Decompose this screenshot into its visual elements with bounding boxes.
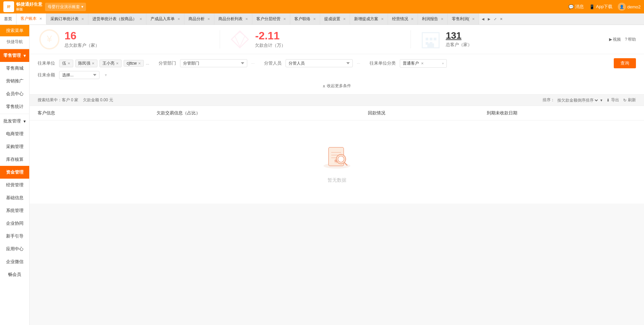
sidebar-item-operation-mgmt[interactable]: 经营管理 — [0, 179, 29, 191]
filter-tag-close-3[interactable]: ✕ — [116, 62, 119, 65]
filter-collapse-btn[interactable]: ∧ 收起更多条件 — [38, 82, 636, 90]
sidebar-item-system-mgmt[interactable]: 系统管理 — [0, 204, 29, 217]
filter-tag-close-2[interactable]: ✕ — [92, 62, 94, 65]
results-export-btn[interactable]: ⬇ 导出 — [606, 97, 619, 103]
sidebar-item-new-guide[interactable]: 新手引导 — [0, 230, 29, 243]
tab-retail-profit[interactable]: 零售利润( ✕ — [448, 13, 479, 25]
filter-tag-close-1[interactable]: ✕ — [68, 62, 70, 65]
tab-customer-account[interactable]: 客户账本 ✕ — [16, 13, 46, 25]
sidebar-item-retail-mall[interactable]: 零售商城 — [0, 62, 29, 75]
tab-close-all-btn[interactable]: ✕ — [499, 16, 504, 22]
stat-value-total-debt: -2.11 — [255, 30, 286, 41]
tab-close-new-raise-plan[interactable]: ✕ — [381, 17, 384, 21]
tab-close-profit-report[interactable]: ✕ — [441, 17, 443, 21]
filter-balance-arrow[interactable]: ▾ — [105, 73, 107, 77]
filter-person-dots[interactable]: ··· — [357, 61, 360, 66]
data-table: 客户信息 欠款交易信息（占比） 回款情况 到期未收款日期 — [30, 106, 644, 120]
app-download-btn[interactable]: 📱 App下载 — [589, 4, 612, 10]
empty-illustration — [320, 141, 354, 172]
filter-query-btn[interactable]: 查询 — [614, 58, 636, 68]
tab-product-analysis-list[interactable]: 商品分析列表 ✕ — [214, 13, 252, 25]
tab-next-btn[interactable]: ▶ — [486, 16, 492, 22]
tab-close-customer-contact[interactable]: ✕ — [313, 17, 316, 21]
tab-raise-settings[interactable]: 提成设置 ✕ — [320, 13, 350, 25]
logo-title: 畅捷通好生意 — [16, 2, 42, 7]
sidebar: 搜索菜单 快捷导航 零售管理 ▾ 零售商城 营销推广 会员中心 零售统计 批发管… — [0, 25, 30, 325]
results-sort: 排序： 按欠款金额倒序排序 ▾ — [543, 97, 602, 103]
filter-customer-tag-container: 普通客户 ✕ ▾ — [400, 59, 447, 68]
svg-rect-8 — [427, 43, 434, 48]
results-sort-select[interactable]: 按欠款金额倒序排序 — [556, 98, 599, 103]
svg-rect-3 — [426, 38, 428, 40]
tab-purchase-stats[interactable]: 进货单统计表（按商品） ✕ — [88, 13, 146, 25]
sidebar-item-wholesale-mgmt[interactable]: 批发管理 ▾ — [0, 115, 29, 128]
sidebar-item-member-center[interactable]: 会员中心 — [0, 87, 29, 100]
col-collection-status: 回款情况 — [360, 106, 479, 120]
svg-rect-4 — [430, 38, 432, 40]
tab-product-analysis[interactable]: 商品分析 ✕ — [184, 13, 214, 25]
sidebar-search[interactable]: 搜索菜单 — [0, 25, 29, 36]
tab-new-raise-plan[interactable]: 新增提成方案 ✕ — [350, 13, 388, 25]
sidebar-item-finance-mgmt[interactable]: 资金管理 — [0, 166, 29, 179]
yuan-icon: ¥ — [38, 28, 61, 51]
results-refresh-btn[interactable]: ↻ 刷新 — [623, 97, 636, 103]
tab-close-customer-account[interactable]: ✕ — [39, 17, 42, 21]
sidebar-item-vip-member[interactable]: 畅会员 — [0, 268, 29, 281]
filter-row-1: 往来单位 伍 ✕ 陈民强 ✕ 王小亮 ✕ cjttcw — [38, 58, 636, 68]
sidebar-item-retail-mgmt[interactable]: 零售管理 ▾ — [0, 49, 29, 62]
user-avatar[interactable]: 👤 demo2 — [618, 3, 641, 11]
sidebar-item-retail-stats[interactable]: 零售统计 — [0, 100, 29, 113]
tab-close-operation-status[interactable]: ✕ — [411, 17, 414, 21]
results-right: 排序： 按欠款金额倒序排序 ▾ ⬇ 导出 ↻ 刷新 — [543, 97, 636, 103]
sidebar-item-inventory-check[interactable]: 库存核算 — [0, 153, 29, 166]
content-area: ¥ 16 总欠款客户（家） -2.11 欠款合计（万） — [30, 25, 644, 325]
sidebar-item-marketing[interactable]: 营销推广 — [0, 75, 29, 87]
video-btn[interactable]: ▶ 视频 — [609, 37, 621, 42]
sidebar-quick-nav[interactable]: 快捷导航 — [0, 36, 29, 47]
sidebar-item-app-center[interactable]: 应用中心 — [0, 243, 29, 255]
tab-operation-status[interactable]: 经营情况 ✕ — [388, 13, 418, 25]
tab-close-product-analysis-list[interactable]: ✕ — [245, 17, 248, 21]
tab-home[interactable]: 首页 — [0, 13, 16, 25]
filter-dept-dots[interactable]: ··· — [251, 61, 255, 66]
demo-selector[interactable]: 母婴行业演示账套 ▾ — [45, 3, 86, 11]
tab-close-raise-settings[interactable]: ✕ — [343, 17, 346, 21]
stat-total-debt-customers: ¥ 16 总欠款客户（家） — [38, 30, 220, 48]
tab-customer-layer[interactable]: 客户分层经营 ✕ — [252, 13, 290, 25]
message-btn[interactable]: 💬 消息 — [568, 4, 584, 10]
sidebar-item-enterprise-wechat[interactable]: 企业微信 — [0, 255, 29, 268]
tab-close-product-analysis[interactable]: ✕ — [207, 17, 210, 21]
filter-tag-2: 陈民强 ✕ — [75, 60, 97, 67]
filter-more-dots[interactable]: ... — [146, 61, 149, 66]
results-bar: 搜索结果中：客户 0 家 欠款金额 0.00 元 排序： 按欠款金额倒序排序 ▾ — [30, 95, 644, 106]
sidebar-item-purchase-mgmt[interactable]: 采购管理 — [0, 140, 29, 153]
filter-customer-tag-close[interactable]: ✕ — [421, 62, 424, 65]
tab-product-inbound[interactable]: 产成品入库单 ✕ — [146, 13, 184, 25]
filter-person-select[interactable]: 分管人员 — [286, 59, 353, 67]
stat-label-total-customers: 总客户（家） — [446, 42, 472, 48]
filter-tag-close-4[interactable]: ✕ — [138, 62, 141, 65]
tab-close-purchase-order[interactable]: ✕ — [81, 17, 84, 21]
tab-close-product-inbound[interactable]: ✕ — [177, 17, 180, 21]
sidebar-divider-1 — [0, 48, 29, 48]
tab-purchase-order[interactable]: 采购订单统计表 ✕ — [46, 13, 88, 25]
filter-row-2: 往来余额 选择... ▾ — [38, 71, 636, 79]
help-btn[interactable]: ? 帮助 — [625, 37, 636, 42]
tab-customer-contact[interactable]: 客户联络 ✕ — [290, 13, 320, 25]
empty-text: 暂无数据 — [328, 177, 346, 183]
main-layout: 搜索菜单 快捷导航 零售管理 ▾ 零售商城 营销推广 会员中心 零售统计 批发管… — [0, 25, 644, 325]
tab-prev-btn[interactable]: ◀ — [480, 16, 486, 22]
sidebar-item-ecommerce-mgmt[interactable]: 电商管理 — [0, 128, 29, 140]
tab-profit-report[interactable]: 利润报告 ✕ — [418, 13, 448, 25]
sidebar-item-basic-info[interactable]: 基础信息 — [0, 191, 29, 204]
tab-expand-btn[interactable]: ⤢ — [492, 16, 498, 22]
tab-close-retail-profit[interactable]: ✕ — [472, 17, 475, 21]
filter-balance-select[interactable]: 选择... — [59, 71, 99, 79]
tab-close-customer-layer[interactable]: ✕ — [283, 17, 286, 21]
tab-close-purchase-stats[interactable]: ✕ — [139, 17, 142, 21]
filter-dept-select[interactable]: 分管部门 — [180, 59, 247, 67]
tab-nav-btns: ◀ ▶ ⤢ ✕ — [479, 13, 505, 25]
filter-customer-category-arrow[interactable]: ▾ — [442, 62, 444, 65]
stat-total-debt-amount: -2.11 欠款合计（万） — [228, 30, 411, 48]
sidebar-item-enterprise-collab[interactable]: 企业协同 — [0, 217, 29, 230]
